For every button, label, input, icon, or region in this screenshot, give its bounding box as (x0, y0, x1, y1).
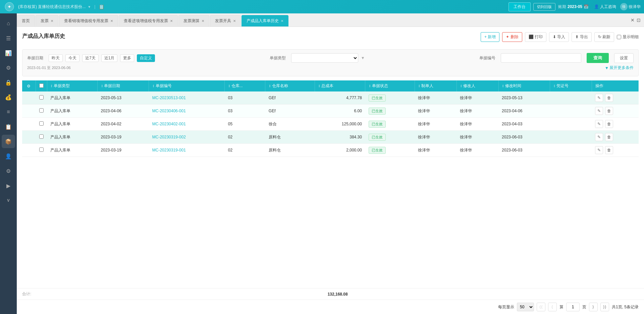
tab-product-history[interactable]: 产成品入库单历史 ✕ (241, 15, 288, 26)
prev-page-btn[interactable]: ⟨ (548, 303, 557, 311)
row-code-link[interactable]: MC-20230319-002 (152, 135, 186, 139)
tab-check-purchase-vat[interactable]: 查看进项增值税专用发票 ✕ (119, 15, 178, 26)
next-page-btn[interactable]: ⟩ (589, 303, 598, 311)
date-1month-btn[interactable]: 近1月 (101, 54, 118, 62)
row-checkbox[interactable] (36, 105, 47, 118)
row-delete-btn[interactable]: 🗑 (605, 146, 613, 154)
row-checkbox[interactable] (36, 131, 47, 144)
tab-close-invoice[interactable]: ✕ (51, 19, 53, 23)
row-delete-btn[interactable]: 🗑 (605, 133, 613, 141)
row-delete-btn[interactable]: 🗑 (605, 94, 613, 102)
row-modifier: 徐泽华 (457, 105, 498, 118)
col-type: ↕ 单据类型 (47, 80, 98, 91)
row-code[interactable]: MC-20230319-001 (149, 144, 225, 157)
switch-version-button[interactable]: 切到旧版 (533, 3, 555, 11)
row-code[interactable]: MC-20230319-002 (149, 131, 225, 144)
refresh-button[interactable]: ↻ 刷新 (594, 32, 614, 42)
row-status: 已生效 (365, 118, 415, 131)
sidebar-item-inventory[interactable]: 📦 (2, 135, 15, 148)
per-page-select[interactable]: 50 20 100 (517, 303, 534, 311)
row-code-link[interactable]: MC-20230319-001 (152, 148, 186, 152)
tab-invoice[interactable]: 发票 ✕ (36, 15, 58, 26)
last-page-btn[interactable]: ⟩⟩ (600, 303, 609, 311)
row-code-link[interactable]: MC-20230513-001 (152, 96, 186, 100)
row-select-checkbox[interactable] (39, 121, 44, 126)
row-edit-btn[interactable]: ✎ (595, 94, 603, 102)
setting-button[interactable]: 设置 (614, 53, 634, 63)
date-today-btn[interactable]: 今天 (65, 54, 79, 62)
type-filter-select[interactable] (291, 53, 358, 63)
tab-invoice-issue[interactable]: 发票开具 ✕ (210, 15, 241, 26)
row-delete-btn[interactable]: 🗑 (605, 120, 613, 128)
col-creator: ↕ 制单人 (415, 80, 457, 91)
date-more-btn[interactable]: 更多 (120, 54, 134, 62)
tab-check-sales-vat[interactable]: 查看销项增值税专用发票 ✕ (59, 15, 118, 26)
show-detail-checkbox[interactable] (617, 35, 621, 39)
sidebar-item-play[interactable]: ▶ (2, 179, 15, 192)
date-custom-btn[interactable]: 自定义 (137, 54, 155, 62)
row-settings (22, 131, 36, 144)
row-total-cost: 2,000.00 (315, 144, 365, 157)
row-code-link[interactable]: MC-20230402-001 (152, 122, 186, 126)
num-filter-input[interactable] (501, 53, 581, 63)
page-text: 算 (559, 304, 564, 310)
tab-close-check-sales-vat[interactable]: ✕ (110, 19, 113, 23)
first-page-btn[interactable]: ⟨⟨ (537, 303, 545, 311)
workbench-button[interactable]: 工作台 (508, 2, 531, 11)
date-yesterday-btn[interactable]: 昨天 (49, 54, 63, 62)
sidebar-item-cog[interactable]: ⚙ (2, 164, 15, 178)
sidebar-item-user[interactable]: 👤 (2, 149, 15, 163)
delete-button[interactable]: ✦ 删除 (502, 32, 522, 42)
row-select-checkbox[interactable] (39, 147, 44, 152)
tab-close-all-button[interactable]: ✕ (631, 17, 635, 23)
row-edit-btn[interactable]: ✎ (595, 146, 603, 154)
expand-btn[interactable]: ▼ 展开更多条件 (605, 65, 634, 71)
tab-close-check-purchase-vat[interactable]: ✕ (170, 19, 173, 23)
tab-close-invoice-calc[interactable]: ✕ (202, 19, 204, 23)
row-checkbox[interactable] (36, 118, 47, 131)
sidebar-item-doc[interactable]: ☰ (2, 32, 15, 45)
user-info[interactable]: 徐 徐泽华 (620, 3, 641, 10)
data-table: ⚙ ↕ 单据类型 ↕ 单据日期 ↕ 单据编号 ↕ 仓库... ↕ 仓库名称 ↕ … (22, 80, 639, 157)
row-checkbox[interactable] (36, 144, 47, 157)
row-code[interactable]: MC-20230402-001 (149, 118, 225, 131)
tab-invoice-calc[interactable]: 发票测算 ✕ (178, 15, 209, 26)
row-edit-btn[interactable]: ✎ (595, 133, 603, 141)
row-checkbox[interactable] (36, 91, 47, 105)
sidebar-item-money[interactable]: 💰 (2, 90, 15, 104)
import-button[interactable]: ⬇ 导入 (549, 32, 569, 42)
sidebar-item-vip[interactable]: V (2, 194, 15, 207)
settings-col-header[interactable]: ⚙ (22, 80, 36, 91)
row-edit-btn[interactable]: ✎ (595, 107, 603, 115)
date-7days-btn[interactable]: 近7天 (82, 54, 99, 62)
tab-maximize-button[interactable]: ⊡ (637, 17, 641, 23)
row-select-checkbox[interactable] (39, 134, 44, 139)
checkbox-col-header[interactable] (36, 80, 47, 91)
page-input[interactable] (566, 303, 580, 311)
row-select-checkbox[interactable] (39, 108, 44, 113)
export-button[interactable]: ⬆ 导出 (572, 32, 591, 42)
sidebar-item-chart[interactable]: 📊 (2, 46, 15, 60)
search-button[interactable]: 查询 (587, 53, 609, 63)
tab-close-invoice-issue[interactable]: ✕ (233, 19, 236, 23)
new-button[interactable]: + 新增 (481, 32, 499, 42)
sidebar-item-list[interactable]: ≡ (2, 105, 15, 119)
sidebar-item-lock[interactable]: 🔒 (2, 76, 15, 89)
tab-close-product-history[interactable]: ✕ (281, 19, 283, 23)
row-select-checkbox[interactable] (39, 95, 44, 100)
row-code[interactable]: MC-20230513-001 (149, 91, 225, 105)
help-btn[interactable]: 👤 人工咨询 (594, 4, 616, 10)
col-modifier: ↕ 修改人 (457, 80, 498, 91)
row-date: 2023-03-19 (98, 131, 149, 144)
select-all-checkbox[interactable] (39, 83, 44, 88)
sidebar-item-home[interactable]: ⌂ (2, 17, 15, 30)
tab-home[interactable]: 首页 (17, 15, 35, 26)
row-code-link[interactable]: MC-20230406-001 (152, 109, 186, 113)
sidebar-item-clipboard[interactable]: 📋 (2, 120, 15, 133)
print-button[interactable]: ⬛ 打印 (525, 32, 546, 42)
row-delete-btn[interactable]: 🗑 (605, 107, 613, 115)
show-detail-label[interactable]: 显示明细 (617, 34, 639, 40)
sidebar-item-settings[interactable]: ⚙ (2, 61, 15, 74)
row-code[interactable]: MC-20230406-001 (149, 105, 225, 118)
row-edit-btn[interactable]: ✎ (595, 120, 603, 128)
